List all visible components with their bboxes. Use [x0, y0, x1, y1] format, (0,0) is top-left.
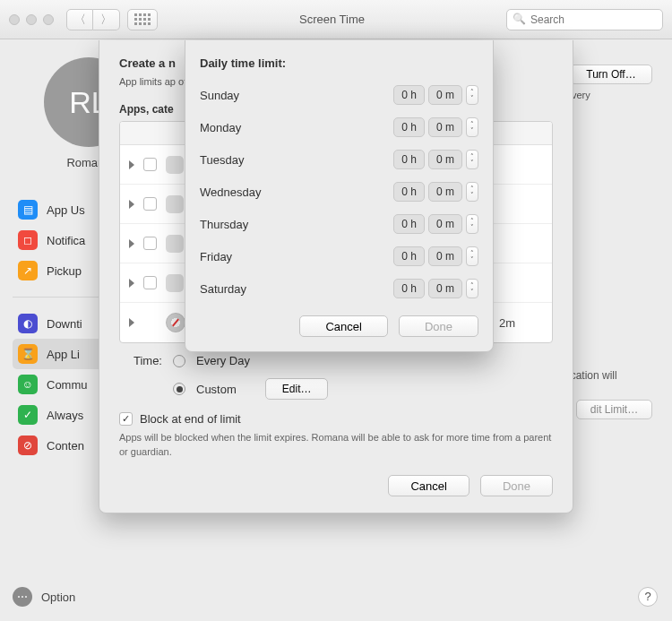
- app-icon: [166, 274, 184, 292]
- radio-every-day[interactable]: [173, 355, 185, 367]
- close-icon[interactable]: [9, 14, 20, 25]
- chevron-up-icon: ˄: [470, 282, 474, 289]
- day-row: Saturday0 h0 m˄˅: [200, 272, 478, 305]
- turn-off-button[interactable]: Turn Off…: [570, 65, 652, 84]
- stepper-arrows[interactable]: ˄˅: [466, 246, 478, 266]
- disclosure-icon[interactable]: [129, 200, 134, 209]
- block-note: Apps will be blocked when the limit expi…: [119, 431, 553, 459]
- day-row: Friday0 h0 m˄˅: [200, 240, 478, 272]
- chevron-up-icon: ˄: [470, 89, 474, 95]
- time-label: Time:: [119, 354, 162, 367]
- time-stepper[interactable]: 0 h0 m˄˅: [393, 182, 478, 202]
- disclosure-icon[interactable]: [129, 160, 134, 169]
- stepper-arrows[interactable]: ˄˅: [466, 117, 478, 137]
- chevron-down-icon: ˅: [470, 127, 474, 134]
- day-row: Tuesday0 h0 m˄˅: [200, 143, 478, 176]
- hours-field[interactable]: 0 h: [393, 85, 425, 105]
- chevron-down-icon: ˅: [470, 256, 474, 263]
- hourglass-icon: ⌛: [18, 344, 38, 364]
- sidebar-item-label: Conten: [47, 439, 84, 453]
- minutes-field[interactable]: 0 m: [428, 182, 462, 202]
- stepper-arrows[interactable]: ˄˅: [466, 182, 478, 202]
- minutes-field[interactable]: 0 m: [428, 214, 462, 234]
- minutes-field[interactable]: 0 m: [428, 150, 462, 169]
- edit-button[interactable]: Edit…: [265, 378, 329, 400]
- chevron-down-icon: ˅: [470, 160, 474, 166]
- sidebar-item-label: App Li: [47, 348, 80, 361]
- stack-icon: ▤: [18, 200, 38, 220]
- chevron-left-icon: 〈: [74, 12, 86, 28]
- time-stepper[interactable]: 0 h0 m˄˅: [393, 117, 478, 137]
- checkbox[interactable]: [143, 237, 157, 250]
- day-row: Monday0 h0 m˄˅: [200, 111, 478, 143]
- search-wrap: [506, 9, 663, 30]
- safari-icon: [166, 313, 185, 332]
- sidebar-item-label: Notifica: [47, 234, 85, 247]
- search-input[interactable]: [506, 9, 663, 30]
- sidebar-item-label: Pickup: [47, 264, 82, 278]
- minimize-icon[interactable]: [26, 14, 37, 25]
- chevron-down-icon: ˅: [470, 95, 474, 101]
- time-stepper[interactable]: 0 h0 m˄˅: [393, 214, 478, 234]
- ellipsis-icon: ⋯: [13, 587, 32, 607]
- day-name: Monday: [200, 121, 393, 134]
- hours-field[interactable]: 0 h: [393, 182, 425, 202]
- checkbox[interactable]: [143, 158, 157, 171]
- edit-limit-button[interactable]: dit Limit…: [576, 400, 652, 419]
- day-name: Sunday: [200, 89, 393, 102]
- radio-custom[interactable]: [173, 383, 185, 395]
- time-stepper[interactable]: 0 h0 m˄˅: [393, 279, 478, 298]
- done-button[interactable]: Done: [480, 475, 553, 496]
- stepper-arrows[interactable]: ˄˅: [466, 150, 478, 169]
- minutes-field[interactable]: 0 m: [428, 117, 462, 137]
- chevron-up-icon: ˄: [470, 250, 474, 256]
- app-icon: [166, 156, 184, 174]
- minutes-field[interactable]: 0 m: [428, 279, 462, 298]
- chevron-up-icon: ˄: [470, 153, 474, 160]
- minutes-field[interactable]: 0 m: [428, 85, 462, 105]
- disclosure-icon[interactable]: [129, 318, 134, 327]
- hours-field[interactable]: 0 h: [393, 117, 425, 137]
- options-button[interactable]: ⋯ Option: [13, 587, 75, 607]
- hand-icon: ↗: [18, 261, 38, 280]
- bell-icon: ◻: [18, 230, 38, 250]
- hours-field[interactable]: 0 h: [393, 279, 425, 298]
- block-checkbox[interactable]: ✓: [119, 412, 133, 426]
- time-stepper[interactable]: 0 h0 m˄˅: [393, 150, 478, 169]
- window-title: Screen Time: [165, 13, 499, 26]
- zoom-icon[interactable]: [43, 14, 54, 25]
- minutes-field[interactable]: 0 m: [428, 246, 462, 266]
- done-button[interactable]: Done: [399, 315, 478, 337]
- nav-group: 〈 〉: [66, 9, 120, 30]
- window-controls: [9, 14, 54, 25]
- chevron-down-icon: ˅: [470, 224, 474, 230]
- checkbox[interactable]: [143, 276, 157, 289]
- show-all-button[interactable]: [127, 9, 158, 30]
- sidebar-item-label: Commu: [47, 378, 88, 392]
- stepper-arrows[interactable]: ˄˅: [466, 214, 478, 234]
- chevron-right-icon: 〉: [100, 12, 112, 28]
- day-name: Tuesday: [200, 153, 393, 167]
- hours-field[interactable]: 0 h: [393, 150, 425, 169]
- hours-field[interactable]: 0 h: [393, 214, 425, 234]
- help-button[interactable]: ?: [638, 587, 658, 607]
- sidebar-item-label: Downti: [47, 317, 82, 331]
- disclosure-icon[interactable]: [129, 279, 134, 288]
- stepper-arrows[interactable]: ˄˅: [466, 279, 478, 298]
- disclosure-icon[interactable]: [129, 239, 134, 248]
- forward-button[interactable]: 〉: [93, 9, 120, 30]
- checkbox[interactable]: [143, 197, 157, 211]
- sidebar-item-label: App Us: [47, 203, 85, 217]
- day-name: Wednesday: [200, 185, 393, 199]
- options-label: Option: [41, 591, 75, 604]
- stepper-arrows[interactable]: ˄˅: [466, 85, 478, 105]
- cancel-button[interactable]: Cancel: [388, 475, 469, 496]
- chevron-down-icon: ˅: [470, 289, 474, 295]
- cancel-button[interactable]: Cancel: [299, 315, 387, 337]
- titlebar: 〈 〉 Screen Time: [0, 0, 672, 39]
- time-stepper[interactable]: 0 h0 m˄˅: [393, 246, 478, 266]
- check-icon: ✓: [18, 405, 38, 425]
- back-button[interactable]: 〈: [66, 9, 93, 30]
- time-stepper[interactable]: 0 h0 m˄˅: [393, 85, 478, 105]
- hours-field[interactable]: 0 h: [393, 246, 425, 266]
